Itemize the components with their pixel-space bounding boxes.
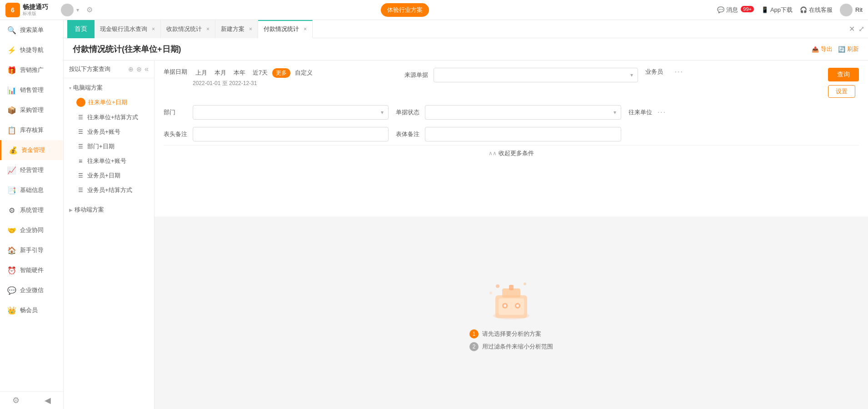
scheme-item-unit-account[interactable]: ≡ 往来单位+账号 bbox=[64, 154, 154, 168]
tab-payment[interactable]: 付款情况统计 × bbox=[258, 20, 313, 38]
empty-tip-2: 2 用过滤条件来缩小分析范围 bbox=[469, 342, 553, 351]
sidebar-item-enterprise[interactable]: 🤝 企业协同 bbox=[0, 220, 63, 240]
desktop-section-label: 电脑端方案 bbox=[73, 84, 103, 92]
sidebar-item-inventory[interactable]: 📋 库存核算 bbox=[0, 120, 63, 140]
scheme-item-dept-date[interactable]: ☰ 部门+日期 bbox=[64, 139, 154, 154]
empty-svg bbox=[484, 275, 539, 320]
svg-rect-8 bbox=[509, 285, 514, 290]
staff-field: 业务员 ··· bbox=[645, 68, 821, 76]
sidebar-item-sales[interactable]: 📊 销售管理 bbox=[0, 80, 63, 100]
source-select[interactable]: ▾ bbox=[434, 68, 638, 82]
guide-icon: 🏠 bbox=[7, 246, 16, 255]
nav-icon: ⚡ bbox=[7, 45, 16, 55]
logo-area: 6 畅捷通巧 标准版 bbox=[5, 3, 48, 17]
scheme-add-icon[interactable]: ⊕ bbox=[128, 66, 134, 73]
shortcut-custom[interactable]: 自定义 bbox=[292, 68, 315, 78]
note-header-input[interactable] bbox=[193, 127, 389, 141]
scheme-label-unit-account: 往来单位+账号 bbox=[87, 157, 126, 165]
sidebar-item-member[interactable]: 👑 畅会员 bbox=[0, 300, 63, 320]
partner-label: 往来单位 bbox=[629, 108, 654, 116]
settings-icon[interactable]: ⚙ bbox=[12, 395, 20, 405]
scheme-item-unit-date[interactable]: 往来单位+日期 bbox=[64, 95, 154, 110]
scheme-header-title: 按以下方案查询 bbox=[69, 65, 110, 73]
settings-button[interactable]: 设置 bbox=[828, 85, 855, 98]
source-label: 来源单据 bbox=[404, 71, 430, 79]
scheme-desktop-header[interactable]: ▾ 电脑端方案 bbox=[64, 81, 154, 95]
avatar bbox=[61, 4, 74, 16]
tab-cashflow-label: 现金银行流水查询 bbox=[100, 25, 147, 33]
tab-maximize-icon[interactable]: ⤢ bbox=[858, 25, 864, 33]
filter-panel: 单据日期 上月 本月 本年 近7天 更多 自定义 bbox=[155, 61, 868, 217]
scheme-mobile-header[interactable]: ▶ 移动端方案 bbox=[64, 203, 154, 217]
right-side: 首页 现金银行流水查询 × 收款情况统计 × 新建方案 × 付款情况统计 × ✕… bbox=[64, 20, 868, 409]
inventory-icon: 📋 bbox=[7, 126, 16, 135]
sidebar-item-hardware[interactable]: ⏰ 智能硬件 bbox=[0, 260, 63, 280]
tip-num-2: 2 bbox=[469, 342, 479, 351]
scheme-item-staff-date[interactable]: ☰ 业务员+日期 bbox=[64, 168, 154, 183]
mobile-expand-icon: ▶ bbox=[69, 207, 73, 212]
tab-cashflow[interactable]: 现金银行流水查询 × bbox=[95, 20, 161, 38]
tab-home[interactable]: 首页 bbox=[67, 20, 95, 38]
top-bar-left: 6 畅捷通巧 标准版 ▾ ⚙ bbox=[5, 3, 93, 17]
note-header-label: 表头备注 bbox=[164, 130, 189, 138]
sidebar-item-capital[interactable]: 💰 资金管理 bbox=[0, 140, 63, 160]
voucher-status-select[interactable]: ▾ bbox=[425, 105, 621, 120]
scheme-icon-unit-settle: ☰ bbox=[76, 113, 85, 121]
sidebar-label-purchase: 采购管理 bbox=[20, 106, 44, 114]
collapse-up-icon: ∧∧ bbox=[489, 150, 497, 157]
online-service-item[interactable]: 🎧 在线客服 bbox=[800, 6, 833, 14]
dept-dropdown-icon: ▾ bbox=[381, 109, 384, 116]
app-download-item[interactable]: 📱 App下载 bbox=[761, 6, 793, 14]
shortcut-last7[interactable]: 近7天 bbox=[250, 68, 270, 78]
refresh-button[interactable]: 🔄 刷新 bbox=[838, 45, 859, 53]
sidebar-item-wechat[interactable]: 💬 企业微信 bbox=[0, 280, 63, 300]
export-button[interactable]: 📤 导出 bbox=[812, 45, 833, 53]
scheme-gear-icon[interactable]: ⊛ bbox=[136, 66, 142, 73]
scheme-icon-unit-account: ≡ bbox=[76, 157, 85, 165]
tab-cashflow-close[interactable]: × bbox=[152, 26, 155, 32]
dropdown-icon[interactable]: ▾ bbox=[76, 7, 79, 13]
gear-icon[interactable]: ⚙ bbox=[86, 5, 93, 14]
user-profile[interactable]: Rit bbox=[840, 4, 863, 16]
partner-select[interactable]: ··· bbox=[658, 108, 666, 116]
tab-newplan-close[interactable]: × bbox=[249, 26, 252, 32]
tab-newplan[interactable]: 新建方案 × bbox=[215, 20, 258, 38]
sidebar-item-nav[interactable]: ⚡ 快捷导航 bbox=[0, 40, 63, 60]
trial-button[interactable]: 体验行业方案 bbox=[381, 3, 429, 17]
sidebar-item-operation[interactable]: 📈 经营管理 bbox=[0, 160, 63, 180]
download-icon: 📱 bbox=[761, 6, 768, 13]
sidebar-label-search: 搜索菜单 bbox=[20, 26, 44, 34]
dept-select[interactable]: ▾ bbox=[193, 105, 389, 120]
shortcut-more[interactable]: 更多 bbox=[272, 68, 290, 78]
collapse-button[interactable]: ∧∧ 收起更多条件 bbox=[164, 145, 859, 161]
shortcut-this-month[interactable]: 本月 bbox=[212, 68, 229, 78]
note-body-input[interactable] bbox=[425, 127, 621, 141]
top-center: 体验行业方案 bbox=[381, 3, 429, 17]
sidebar-item-system[interactable]: ⚙ 系统管理 bbox=[0, 200, 63, 220]
svg-point-6 bbox=[516, 304, 519, 307]
scheme-item-staff-settle[interactable]: ☰ 业务员+结算方式 bbox=[64, 183, 154, 197]
page-actions: 📤 导出 🔄 刷新 bbox=[812, 45, 859, 53]
tab-payment-close[interactable]: × bbox=[304, 26, 307, 32]
shortcut-this-year[interactable]: 本年 bbox=[231, 68, 248, 78]
collapse-sidebar-icon[interactable]: ◀ bbox=[45, 395, 51, 405]
sidebar-label-member: 畅会员 bbox=[20, 306, 38, 314]
messages-item[interactable]: 💬 消息 99+ bbox=[717, 6, 754, 14]
sidebar-item-guide[interactable]: 🏠 新手引导 bbox=[0, 240, 63, 260]
shortcut-last-month[interactable]: 上月 bbox=[193, 68, 210, 78]
staff-select[interactable]: ··· bbox=[674, 68, 683, 76]
sidebar-item-marketing[interactable]: 🎁 营销推广 bbox=[0, 60, 63, 80]
search-icon: 🔍 bbox=[7, 25, 16, 35]
sidebar-item-search[interactable]: 🔍 搜索菜单 bbox=[0, 20, 63, 40]
sidebar-item-basic[interactable]: 📑 基础信息 bbox=[0, 180, 63, 200]
query-button[interactable]: 查询 bbox=[828, 68, 859, 81]
filter-form: 单据日期 上月 本月 本年 近7天 更多 自定义 bbox=[155, 61, 868, 168]
system-icon: ⚙ bbox=[7, 206, 16, 215]
tab-receive-close[interactable]: × bbox=[206, 26, 210, 32]
scheme-collapse-icon[interactable]: « bbox=[145, 65, 149, 73]
tab-receive[interactable]: 收款情况统计 × bbox=[161, 20, 215, 38]
sidebar-item-purchase[interactable]: 📦 采购管理 bbox=[0, 100, 63, 120]
scheme-item-staff-account[interactable]: ☰ 业务员+账号 bbox=[64, 125, 154, 139]
scheme-item-unit-settle[interactable]: ☰ 往来单位+结算方式 bbox=[64, 110, 154, 125]
tab-close-all-icon[interactable]: ✕ bbox=[849, 25, 855, 33]
